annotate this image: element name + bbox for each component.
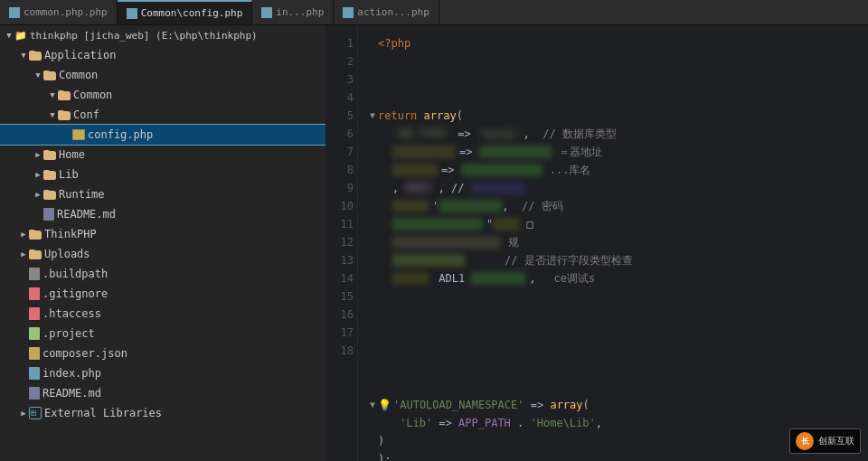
tab-label-4: action...php [357,6,429,18]
sidebar-item-thinkphp[interactable]: ThinkPHP [0,224,326,244]
bulb-icon: 💡 [378,396,392,414]
arrow-12: ADL1 [432,269,471,287]
code-line-6: => ...库名 [367,161,859,179]
debug-key [392,272,429,285]
sidebar-item-htaccess[interactable]: .htaccess [0,304,326,324]
autoload-key: 'AUTOLOAD_NAMESPACE' [393,396,524,414]
tab-4[interactable]: action...php [334,0,439,24]
cmt-pwd: // 密码 [522,197,563,215]
sidebar-item-application[interactable]: Application [0,45,326,65]
comma-7b: , // [431,179,470,197]
cmt-host: ＝器地址 [559,143,602,161]
fold-15[interactable]: ▼ [367,396,378,414]
tab-3[interactable]: in...php [252,0,334,24]
db-pass-inner [493,218,520,230]
folder-icon-uploads [29,249,42,259]
code-line-11: // 是否进行字段类型检查 [367,251,859,269]
cmt-name: ...库名 [550,161,591,179]
label-readme-app: README.md [57,208,326,221]
tab-1[interactable]: common.php.php [0,0,118,24]
comma-4: , [524,125,543,143]
cmt-fields: // 是否进行字段类型检查 [505,251,633,269]
code-content[interactable]: <?php ▼ return array( 'DB_TYPE' => 'mysq… [358,25,868,461]
label-conf: Conf [73,108,326,121]
cmt-debug: ce调试s [554,269,596,287]
label-application: Application [44,49,326,61]
label-project: .project [42,327,326,340]
db-pwd-inner [439,200,502,212]
sidebar-item-config-php[interactable]: config.php [0,125,326,145]
code-line-9: " □ [367,215,859,233]
charset-content [392,236,501,249]
folder-icon-runtime [43,190,56,200]
label-runtime: Runtime [59,188,326,201]
db-type-key: 'DB_TYPE' [392,125,451,143]
sidebar-item-buildpath[interactable]: .buildpath [0,264,326,284]
arrow-common-parent [33,70,43,80]
lib-key: 'Lib' [400,414,432,432]
code-line-15: ▼ 💡 'AUTOLOAD_NAMESPACE' => array ( [367,396,859,414]
arrow-gitignore [18,288,29,299]
sidebar-project-root[interactable]: 📁 thinkphp [jicha_web] (E:\php\thinkphp) [0,25,326,45]
code-line-17: ) [367,432,859,450]
file-icon-config-php [72,129,85,140]
label-config-php: config.php [88,128,326,141]
sidebar-item-common-parent[interactable]: Common [0,65,326,85]
folder-icon-conf [58,110,71,120]
file-icon-htaccess [29,307,40,320]
cn-watermark-badge: 长 创新互联 [789,428,861,454]
close-paren-17: ) [378,432,384,450]
sidebar-item-home[interactable]: Home [0,145,326,165]
sidebar-item-composer[interactable]: composer.json [0,343,326,363]
label-thinkphp: ThinkPHP [44,228,326,240]
fold-3[interactable]: ▼ [367,107,378,125]
arrow-readme-root [18,388,29,399]
code-line-13 [367,287,859,342]
code-line-4: 'DB_TYPE' => 'mysql' , // 数据库类型 [367,125,859,143]
code-editor: 1 2 3 4 5 6 7 8 9 10 11 12 13 14 15 16 1… [326,25,868,461]
folder-icon-home [43,150,56,160]
arrow-uploads [18,249,29,259]
arrow-5: => [459,143,479,161]
code-line-14 [367,342,859,396]
label-gitignore: .gitignore [42,287,326,300]
sidebar-item-project[interactable]: .project [0,324,326,343]
sidebar-item-ext-libs[interactable]: External Libraries [0,403,326,423]
code-line-3: ▼ return array( [367,107,859,125]
bracket-9: □ [520,215,533,233]
sidebar-item-gitignore[interactable]: .gitignore [0,284,326,304]
arrow-conf [47,109,58,120]
sidebar-item-index-php[interactable]: index.php [0,363,326,383]
file-icon-project [29,327,40,340]
arrow-lib [33,169,43,180]
file-icon-gitignore [29,287,40,300]
code-line-7: , ROOT , // [367,179,859,197]
close-18: ); [378,450,391,461]
sidebar-item-conf[interactable]: Conf [0,105,326,125]
label-home: Home [59,148,326,161]
cmt-charset: 规 [508,233,519,251]
cmt-db-type: // 数据库类型 [542,125,617,143]
sidebar: 📁 thinkphp [jicha_web] (E:\php\thinkphp)… [0,25,326,461]
sidebar-item-readme-app[interactable]: README.md [0,204,326,224]
sidebar-item-runtime[interactable]: Runtime [0,184,326,204]
return-kw: return [378,107,424,125]
sidebar-item-readme-root[interactable]: README.md [0,383,326,403]
label-uploads: Uploads [44,248,326,260]
code-line-18: ); [367,450,859,461]
arrow-application [18,50,29,61]
array-fn-15: array [550,396,582,414]
label-common-parent: Common [59,69,326,81]
db-name-val [461,164,542,176]
sidebar-item-common-child[interactable]: Common [0,85,326,105]
label-composer: composer.json [42,347,326,360]
tab-2[interactable]: Common\config.php [118,0,253,24]
tab-icon-4 [343,7,354,18]
code-line-10: 规 [367,233,859,251]
label-buildpath: .buildpath [42,268,326,280]
sidebar-item-lib[interactable]: Lib [0,165,326,184]
folder-icon-common-parent [43,71,56,80]
sidebar-item-uploads[interactable]: Uploads [0,244,326,264]
comma-8: , [502,197,522,215]
line-numbers: 1 2 3 4 5 6 7 8 9 10 11 12 13 14 15 16 1… [326,25,358,461]
